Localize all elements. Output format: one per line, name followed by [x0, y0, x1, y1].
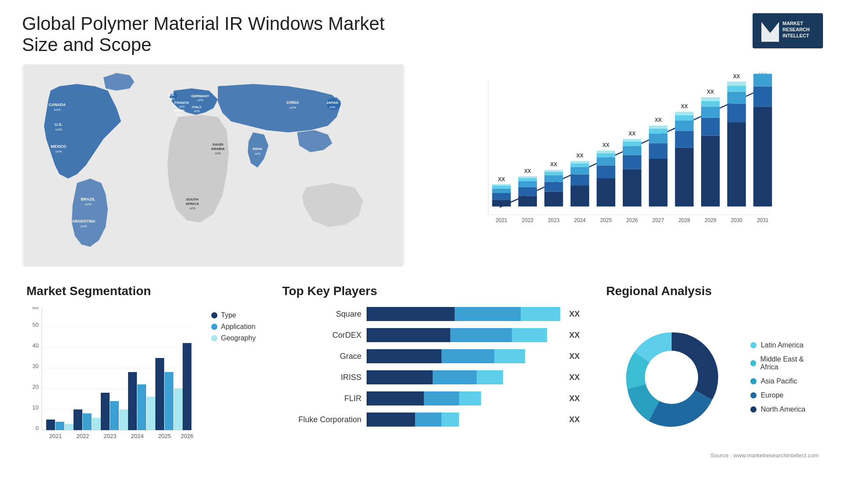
legend-type: Type	[211, 311, 256, 319]
player-row-grace: Grace XX	[282, 349, 580, 363]
svg-rect-132	[65, 424, 73, 430]
player-bar-cordex	[367, 328, 560, 342]
segmentation-container: Market Segmentation 0 10 20 30 40 50 60	[22, 280, 260, 482]
svg-text:xx%: xx%	[55, 128, 62, 131]
svg-text:2026: 2026	[626, 217, 638, 223]
svg-rect-135	[92, 418, 101, 430]
svg-rect-84	[649, 143, 667, 159]
svg-text:60: 60	[33, 307, 39, 310]
svg-rect-64	[570, 167, 589, 175]
top-section: CANADA xx% U.S. xx% MEXICO xx% BRAZIL xx…	[22, 64, 823, 267]
svg-text:2024: 2024	[574, 217, 586, 223]
legend-north-america: North America	[750, 405, 819, 413]
bar-seg-1	[367, 370, 433, 384]
svg-text:ARGENTINA: ARGENTINA	[72, 219, 96, 223]
svg-rect-65	[570, 163, 589, 167]
svg-text:xx%: xx%	[80, 224, 87, 228]
svg-text:XX: XX	[550, 161, 557, 168]
svg-text:SPAIN: SPAIN	[174, 109, 184, 113]
svg-rect-50	[518, 181, 537, 187]
svg-rect-138	[119, 409, 128, 430]
svg-text:MARKET: MARKET	[783, 21, 803, 26]
donut-chart-svg	[606, 307, 737, 448]
bar-chart-container: XX 2021 XX 2022 XX 2023	[422, 64, 823, 267]
svg-rect-59	[544, 170, 563, 172]
player-row-cordex: CorDEX XX	[282, 328, 580, 342]
bar-seg-1	[367, 391, 424, 405]
bar-seg-1	[367, 349, 441, 363]
svg-rect-107	[727, 86, 746, 92]
svg-text:10: 10	[33, 404, 39, 411]
svg-rect-62	[570, 186, 589, 206]
svg-rect-76	[623, 169, 641, 207]
svg-text:XX: XX	[733, 73, 740, 80]
svg-text:RESEARCH: RESEARCH	[783, 27, 810, 32]
bar-seg-3	[521, 307, 560, 321]
svg-rect-73	[597, 150, 615, 153]
svg-rect-105	[727, 104, 746, 122]
legend-asia-pacific: Asia Pacific	[750, 377, 819, 385]
svg-text:2028: 2028	[679, 217, 691, 223]
page-title: Global Polymer Material IR Windows Marke…	[22, 13, 418, 55]
legend-geography: Geography	[211, 334, 256, 342]
legend-application-label: Application	[221, 323, 255, 331]
legend-mea: Middle East & Africa	[750, 355, 819, 371]
svg-rect-108	[727, 82, 746, 86]
svg-rect-142	[155, 358, 164, 430]
svg-rect-92	[675, 121, 694, 131]
svg-text:xx%: xx%	[169, 97, 174, 100]
bar-seg-2	[433, 370, 477, 384]
svg-text:2021: 2021	[496, 217, 507, 223]
svg-rect-72	[597, 153, 615, 157]
svg-rect-111	[753, 106, 772, 206]
svg-text:50: 50	[33, 321, 39, 328]
svg-rect-144	[174, 388, 183, 430]
svg-rect-90	[675, 148, 694, 207]
svg-rect-134	[83, 413, 92, 430]
segmentation-chart-svg: 0 10 20 30 40 50 60	[26, 307, 194, 448]
legend-geography-label: Geography	[221, 334, 256, 342]
player-bar-square	[367, 307, 560, 321]
donut-area: Latin America Middle East & Africa Asia …	[606, 307, 819, 448]
player-bar-inner-square	[367, 307, 560, 321]
bar-seg-1	[367, 413, 415, 427]
svg-text:xx%: xx%	[194, 110, 199, 113]
svg-rect-99	[701, 106, 720, 117]
svg-text:xx%: xx%	[254, 152, 260, 155]
legend-type-dot	[211, 312, 217, 318]
svg-rect-91	[675, 131, 694, 147]
legend-europe-label: Europe	[761, 391, 784, 399]
players-title: Top Key Players	[282, 284, 580, 298]
svg-rect-143	[165, 372, 173, 430]
svg-rect-48	[518, 196, 537, 207]
svg-text:MEXICO: MEXICO	[51, 144, 66, 149]
svg-text:30: 30	[33, 363, 39, 369]
svg-rect-101	[701, 97, 720, 101]
player-name-square: Square	[282, 310, 361, 319]
legend-mea-label: Middle East & Africa	[760, 355, 819, 371]
svg-text:2024: 2024	[131, 433, 144, 439]
svg-text:2025: 2025	[600, 217, 612, 223]
svg-rect-51	[518, 178, 537, 181]
svg-text:INTELLECT: INTELLECT	[783, 33, 809, 38]
player-label-flir: XX	[569, 394, 580, 403]
player-bar-inner-grace	[367, 349, 560, 363]
bar-seg-3	[459, 391, 481, 405]
svg-text:XX: XX	[707, 89, 714, 95]
legend-europe-dot	[750, 392, 757, 398]
svg-text:XX: XX	[524, 168, 531, 174]
svg-rect-104	[727, 122, 746, 207]
svg-rect-97	[701, 135, 720, 206]
svg-text:GERMANY: GERMANY	[191, 94, 210, 98]
legend-europe: Europe	[750, 391, 819, 399]
legend-asia-pacific-dot	[750, 378, 757, 384]
svg-rect-79	[623, 142, 641, 146]
legend-north-america-label: North America	[761, 405, 805, 413]
svg-text:SOUTH: SOUTH	[186, 197, 198, 201]
bar-seg-1	[367, 328, 450, 342]
bar-seg-3	[477, 370, 503, 384]
svg-rect-131	[55, 422, 64, 430]
svg-rect-100	[701, 101, 720, 107]
bar-seg-2	[441, 349, 494, 363]
svg-text:SAUDI: SAUDI	[213, 142, 224, 146]
